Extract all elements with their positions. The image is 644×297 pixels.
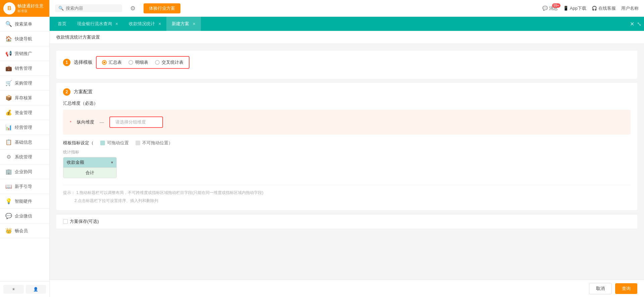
tips-section: 提示： 1.拖动标题栏可以调整布局，不可跨维度或指标区域拖动栏目字段(只能在同一… — [63, 185, 631, 205]
gear-icon[interactable]: ⚙ — [130, 5, 136, 12]
grid-header[interactable]: 收款金额 ▾ — [63, 157, 116, 167]
tab-new-plan-close[interactable]: × — [193, 21, 195, 27]
save-checkbox[interactable] — [63, 219, 68, 224]
radio-group-template: 汇总表 明细表 交叉统计表 — [102, 59, 183, 65]
sidebar-bottom-btn2[interactable]: 👤 — [26, 285, 46, 294]
basic-icon: 📋 — [5, 139, 12, 145]
message-icon: 💬 — [542, 6, 548, 11]
indicators-grid: 收款金额 ▾ 合计 — [63, 157, 117, 178]
demo-button[interactable]: 体验行业方案 — [144, 3, 180, 13]
legend-draggable-label: 可拖动位置 — [107, 140, 129, 146]
finance-icon: 💰 — [5, 109, 12, 116]
tab-collection-stat[interactable]: 收款情况统计 × — [123, 17, 166, 31]
search-input[interactable] — [66, 6, 113, 11]
sidebar-label-purchase: 采购管理 — [15, 80, 32, 86]
system-icon: ⚙ — [5, 154, 12, 160]
member-icon: 👑 — [5, 228, 12, 234]
guide-icon: 📖 — [5, 183, 12, 190]
sidebar-item-purchase[interactable]: 🛒 采购管理 — [0, 76, 49, 91]
sidebar-item-finance[interactable]: 💰 资金管理 — [0, 105, 49, 120]
hardware-icon: 💡 — [5, 198, 12, 204]
tab-new-plan[interactable]: 新建方案 × — [166, 17, 201, 31]
message-badge: 99+ — [552, 3, 560, 8]
tip1-text: 1.拖动标题栏可以调整布局，不可跨维度或指标区域拖动栏目字段(只能在同一维度或指… — [76, 190, 263, 195]
content-area: 收款情况统计方案设置 1 选择模板 汇总表 — [50, 31, 644, 280]
radio-dot-summary — [102, 60, 107, 65]
sidebar-item-hardware[interactable]: 💡 智能硬件 — [0, 194, 49, 209]
search-icon: 🔍 — [58, 6, 64, 11]
radio-label-cross: 交叉统计表 — [162, 59, 183, 65]
radio-detail[interactable]: 明细表 — [128, 59, 148, 65]
service-icon: 🎧 — [592, 6, 597, 11]
sidebar-logo: B 畅捷通好生意 标准版 — [0, 0, 49, 17]
sidebar-label-sales: 销售管理 — [15, 65, 32, 71]
sidebar-bottom: ☀ 👤 — [0, 281, 49, 297]
radio-cross[interactable]: 交叉统计表 — [155, 59, 183, 65]
tab-bank-flow[interactable]: 现金银行流水查询 × — [72, 17, 123, 31]
download-item[interactable]: 📱 App下载 — [563, 5, 586, 11]
tab-home-label: 首页 — [58, 21, 66, 27]
sidebar-item-enterprise[interactable]: 🏢 企业协同 — [0, 164, 49, 179]
save-checkbox-label[interactable]: 方案保存(可选) — [63, 218, 99, 225]
sidebar-item-guide[interactable]: 📖 新手引导 — [0, 179, 49, 194]
save-label: 方案保存(可选) — [70, 218, 99, 225]
purchase-icon: 🛒 — [5, 80, 12, 86]
sidebar-item-search[interactable]: 🔍 搜索菜单 — [0, 17, 49, 32]
sidebar-item-marketing[interactable]: 📢 营销推广 — [0, 46, 49, 61]
radio-summary[interactable]: 汇总表 — [102, 59, 122, 65]
service-label: 在线客服 — [598, 5, 616, 11]
tab-close-all-icon[interactable]: ✕ — [630, 21, 634, 27]
service-item[interactable]: 🎧 在线客服 — [592, 5, 616, 11]
step2-section: 2 方案配置 汇总维度（必选） * 纵向维度 — 请选择分组维度 — [56, 83, 637, 210]
sidebar-label-inventory: 库存核算 — [15, 95, 32, 101]
logo-text-block: 畅捷通好生意 标准版 — [17, 3, 44, 14]
dimension-arrow: — — [100, 120, 104, 125]
sidebar-item-system[interactable]: ⚙ 系统管理 — [0, 150, 49, 164]
sidebar-item-wechat[interactable]: 💬 企业微信 — [0, 209, 49, 224]
tab-bank-flow-close[interactable]: × — [115, 21, 118, 27]
dimension-select[interactable]: 请选择分组维度 — [109, 116, 163, 128]
radio-label-summary: 汇总表 — [109, 59, 122, 65]
topbar-search-box[interactable]: 🔍 — [55, 4, 122, 12]
search-icon: 🔍 — [5, 21, 12, 27]
tab-home[interactable]: 首页 — [52, 17, 72, 31]
radio-dot-cross — [155, 60, 160, 65]
step1-title: 选择模板 — [74, 59, 93, 65]
step2-header: 2 方案配置 — [63, 88, 631, 96]
tab-collection-stat-close[interactable]: × — [158, 21, 161, 27]
required-mark: * — [70, 120, 71, 125]
radio-label-detail: 明细表 — [135, 59, 148, 65]
download-icon: 📱 — [563, 6, 569, 11]
step2-title: 方案配置 — [74, 89, 93, 95]
download-label: App下载 — [570, 5, 586, 11]
marketing-icon: 📢 — [5, 50, 12, 57]
sidebar-item-quicknav[interactable]: 🏠 快捷导航 — [0, 32, 49, 46]
sidebar-item-member[interactable]: 👑 畅会员 — [0, 224, 49, 238]
logo-icon: B — [3, 2, 15, 14]
sidebar-item-management[interactable]: 📊 经营管理 — [0, 120, 49, 135]
inventory-icon: 📦 — [5, 95, 12, 101]
sidebar-item-basic[interactable]: 📋 基础信息 — [0, 135, 49, 150]
tip2-text: 2.点击标题栏下拉可设置排序、插入列和删除列 — [74, 198, 158, 203]
sidebar-bottom-btn1[interactable]: ☀ — [3, 285, 24, 294]
dimension-area: * 纵向维度 — 请选择分组维度 — [63, 110, 631, 135]
dimension-section-label: 汇总维度（必选） — [63, 100, 631, 106]
template-select-box: 汇总表 明细表 交叉统计表 — [96, 56, 190, 69]
footer-save: 方案保存(可选) — [56, 214, 637, 229]
step1-badge: 1 — [63, 59, 70, 66]
wechat-icon: 💬 — [5, 213, 12, 219]
sales-icon: 💼 — [5, 65, 12, 71]
sidebar-item-inventory[interactable]: 📦 库存核算 — [0, 91, 49, 105]
tab-expand-icon[interactable]: ⤡ — [637, 21, 641, 27]
step2-badge: 2 — [63, 88, 70, 96]
sidebar-item-sales[interactable]: 💼 销售管理 — [0, 61, 49, 76]
query-button[interactable]: 查询 — [615, 283, 637, 294]
sidebar-label-member: 畅会员 — [15, 228, 28, 234]
tip1: 提示： 1.拖动标题栏可以调整布局，不可跨维度或指标区域拖动栏目字段(只能在同一… — [63, 189, 631, 197]
cancel-button[interactable]: 取消 — [589, 283, 612, 294]
management-icon: 📊 — [5, 124, 12, 131]
step1-header: 1 选择模板 汇总表 明细表 — [63, 56, 631, 69]
message-item[interactable]: 💬 消息 99+ — [542, 5, 558, 11]
draggable-legend-box — [100, 141, 105, 145]
sidebar-label-system: 系统管理 — [15, 154, 32, 160]
